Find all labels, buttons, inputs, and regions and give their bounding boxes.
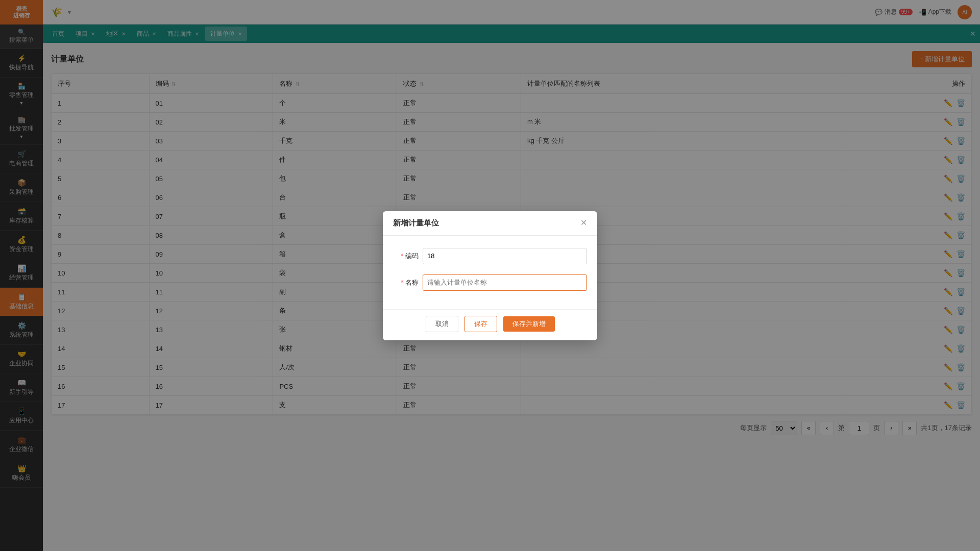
modal-title: 新增计量单位 <box>393 218 439 228</box>
form-row-code: * 编码 <box>393 248 587 264</box>
save-and-new-button[interactable]: 保存并新增 <box>503 316 555 332</box>
code-label: * 编码 <box>393 252 419 261</box>
save-button[interactable]: 保存 <box>464 316 497 332</box>
modal-header: 新增计量单位 ✕ <box>383 211 597 236</box>
name-label: * 名称 <box>393 278 419 287</box>
modal-footer: 取消 保存 保存并新增 <box>383 309 597 340</box>
cancel-button[interactable]: 取消 <box>426 316 458 332</box>
modal-body: * 编码 * 名称 <box>383 236 597 309</box>
required-mark2: * <box>401 279 403 286</box>
form-row-name: * 名称 <box>393 274 587 291</box>
code-input[interactable] <box>423 248 587 264</box>
required-mark: * <box>401 252 403 260</box>
add-unit-modal: 新增计量单位 ✕ * 编码 * 名称 取消 保存 保存并新增 <box>383 211 597 340</box>
modal-close-button[interactable]: ✕ <box>580 219 587 227</box>
name-input[interactable] <box>423 274 587 291</box>
modal-overlay[interactable]: 新增计量单位 ✕ * 编码 * 名称 取消 保存 保存并新增 <box>0 0 980 551</box>
